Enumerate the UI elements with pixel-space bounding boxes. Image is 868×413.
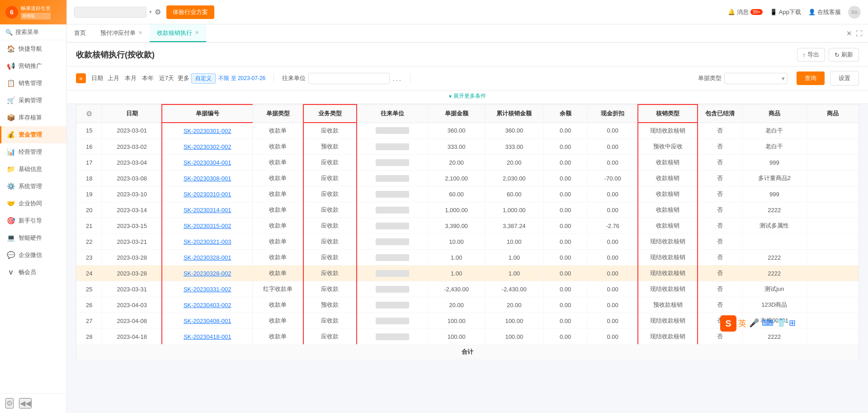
partner-input[interactable] bbox=[308, 73, 390, 84]
tab-collection-close[interactable]: ✕ bbox=[195, 30, 199, 36]
cell-product-2 bbox=[807, 329, 859, 345]
table-settings-icon[interactable]: ⚙ bbox=[86, 109, 92, 118]
cell-verify-type: 现结收款核销 bbox=[638, 266, 698, 281]
cell-doc-type: 收款单 bbox=[253, 218, 303, 234]
cell-doc-type: 收款单 bbox=[253, 266, 303, 281]
doc-no-link[interactable]: SK-20230418-001 bbox=[184, 333, 231, 340]
col-discount: 现金折扣 bbox=[587, 104, 638, 123]
doc-no-link[interactable]: SK-20230310-001 bbox=[184, 191, 231, 198]
cell-discount: -2.76 bbox=[587, 218, 638, 234]
date-this-year[interactable]: 本年 bbox=[140, 73, 156, 83]
cell-doc-no: SK-20230314-001 bbox=[162, 202, 253, 218]
page-content: 收款核销执行(按收款) ↑ 导出 ↻ 刷新 » 日期 bbox=[67, 43, 868, 413]
doc-no-link[interactable]: SK-20230308-001 bbox=[184, 175, 231, 182]
cell-product-2 bbox=[807, 234, 859, 250]
sidebar-item-operations[interactable]: 📊 经营管理 bbox=[0, 143, 66, 161]
app-download-item[interactable]: 📱 App下载 bbox=[770, 8, 801, 16]
col-settings[interactable]: ⚙ bbox=[76, 104, 102, 123]
logo-icon: 6 bbox=[5, 6, 18, 19]
cell-discount: 0.00 bbox=[587, 313, 638, 329]
settings-button[interactable]: ⚙ bbox=[5, 398, 14, 408]
tab-collection[interactable]: 收款核销执行 ✕ bbox=[150, 24, 206, 42]
cell-product-2 bbox=[807, 218, 859, 234]
service-label: 在线客服 bbox=[817, 8, 841, 16]
sidebar-item-purchase[interactable]: 🛒 采购管理 bbox=[0, 92, 66, 109]
enterprise-icon: 🤝 bbox=[7, 199, 15, 208]
filter-toggle-button[interactable]: » bbox=[76, 73, 86, 83]
tabbar: 首页 预付冲应付单 ✕ 收款核销执行 ✕ ✕ ⛶ bbox=[67, 24, 868, 43]
cell-doc-type: 收款单 bbox=[253, 313, 303, 329]
doc-no-link[interactable]: SK-20230328-002 bbox=[184, 270, 231, 277]
sidebar-item-inventory[interactable]: 📦 库存核算 bbox=[0, 109, 66, 126]
sidebar-item-quicknav[interactable]: 🏠 快捷导航 bbox=[0, 40, 66, 57]
sidebar-item-label: 经营管理 bbox=[19, 148, 42, 156]
message-item[interactable]: 🔔 消息 99+ bbox=[728, 8, 763, 16]
doc-no-link[interactable]: SK-20230304-001 bbox=[184, 159, 231, 166]
doc-no-link[interactable]: SK-20230315-002 bbox=[184, 223, 231, 229]
cell-num: 16 bbox=[76, 139, 102, 155]
topbar-gear-icon[interactable]: ⚙ bbox=[155, 8, 161, 16]
user-avatar[interactable]: Rit bbox=[848, 6, 861, 19]
partner-dots-button[interactable]: ... bbox=[392, 74, 402, 83]
cell-partner: ████████ bbox=[357, 186, 428, 202]
cell-doc-type: 收款单 bbox=[253, 123, 303, 139]
date-last-month[interactable]: 上月 bbox=[106, 73, 121, 83]
date-more-link[interactable]: 更多 bbox=[178, 74, 189, 82]
query-button[interactable]: 查询 bbox=[797, 71, 825, 85]
basic-icon: 📁 bbox=[7, 165, 15, 173]
sidebar-search-item[interactable]: 🔍 搜索菜单 bbox=[0, 24, 66, 40]
sidebar-item-system[interactable]: ⚙️ 系统管理 bbox=[0, 178, 66, 195]
doc-no-link[interactable]: SK-20230314-001 bbox=[184, 207, 231, 214]
filter-settings-button[interactable]: 设置 bbox=[830, 71, 859, 85]
cell-verified: 20.00 bbox=[485, 297, 543, 313]
sidebar-item-basic[interactable]: 📁 基础信息 bbox=[0, 161, 66, 178]
cell-verify-type: 现结收款核销 bbox=[638, 234, 698, 250]
cell-biz-type: 应收款 bbox=[303, 186, 357, 202]
expand-more-button[interactable]: ▾ 展开更多条件 bbox=[449, 92, 486, 100]
doc-no-link[interactable]: SK-20230403-002 bbox=[184, 302, 231, 309]
date-this-month[interactable]: 本月 bbox=[123, 73, 138, 83]
collapse-sidebar-button[interactable]: ◀◀ bbox=[19, 398, 32, 408]
doc-no-link[interactable]: SK-20230331-002 bbox=[184, 286, 231, 293]
cell-date: 2023-03-02 bbox=[102, 139, 162, 155]
date-7days[interactable]: 近7天 bbox=[157, 73, 176, 83]
table-row: 28 2023-04-18 SK-20230418-001 收款单 应收款 ██… bbox=[76, 329, 859, 345]
doc-no-link[interactable]: SK-20230301-002 bbox=[184, 128, 231, 134]
sidebar-item-enterprise[interactable]: 🤝 企业协同 bbox=[0, 195, 66, 212]
tab-prepay-close[interactable]: ✕ bbox=[138, 30, 142, 36]
cell-include-cleared: 否 bbox=[698, 234, 742, 250]
sidebar-item-sales[interactable]: 📋 销售管理 bbox=[0, 75, 66, 92]
maximize-tab-button[interactable]: ⛶ bbox=[856, 29, 863, 37]
sidebar-item-member[interactable]: V 畅会员 bbox=[0, 264, 66, 281]
sidebar-item-newbie[interactable]: 🎯 新手引导 bbox=[0, 212, 66, 229]
sidebar-item-hardware[interactable]: 💻 智能硬件 bbox=[0, 229, 66, 247]
sidebar-item-marketing[interactable]: 📢 营销推广 bbox=[0, 57, 66, 75]
solution-button[interactable]: 体验行业方案 bbox=[166, 5, 214, 19]
cell-date: 2023-03-08 bbox=[102, 171, 162, 186]
tab-prepay[interactable]: 预付冲应付单 ✕ bbox=[93, 24, 150, 42]
cell-num: 18 bbox=[76, 171, 102, 186]
tab-home[interactable]: 首页 bbox=[67, 24, 93, 42]
custom-date-button[interactable]: 自定义 bbox=[191, 73, 216, 84]
cell-num: 27 bbox=[76, 313, 102, 329]
online-service-item[interactable]: 👤 在线客服 bbox=[808, 8, 841, 16]
sidebar-item-finance[interactable]: 💰 资金管理 bbox=[0, 126, 66, 143]
refresh-button[interactable]: ↻ 刷新 bbox=[829, 48, 859, 62]
cell-amount: 100.00 bbox=[428, 313, 485, 329]
cell-product-1: 测试多属性 bbox=[742, 218, 807, 234]
cell-balance: 0.00 bbox=[543, 186, 588, 202]
export-button[interactable]: ↑ 导出 bbox=[797, 48, 826, 62]
page-header-top: 收款核销执行(按收款) ↑ 导出 ↻ 刷新 bbox=[76, 48, 859, 62]
cell-balance: 0.00 bbox=[543, 171, 588, 186]
cell-balance: 0.00 bbox=[543, 123, 588, 139]
doc-no-link[interactable]: SK-20230302-002 bbox=[184, 143, 231, 150]
doc-no-link[interactable]: SK-20230321-003 bbox=[184, 238, 231, 245]
sidebar: 6 畅康道好生意 标推版 🔍 搜索菜单 🏠 快捷导航 📢 营销推广 📋 销售管理… bbox=[0, 0, 67, 413]
sidebar-footer: ⚙ ◀◀ bbox=[0, 393, 66, 413]
doc-no-link[interactable]: SK-20230328-001 bbox=[184, 254, 231, 261]
doc-no-link[interactable]: SK-20230408-001 bbox=[184, 318, 231, 324]
voucher-type-select[interactable] bbox=[724, 73, 788, 84]
topbar-search-input[interactable] bbox=[74, 7, 146, 18]
sidebar-item-wechat[interactable]: 💬 企业微信 bbox=[0, 247, 66, 264]
close-tab-button[interactable]: ✕ bbox=[846, 29, 852, 38]
